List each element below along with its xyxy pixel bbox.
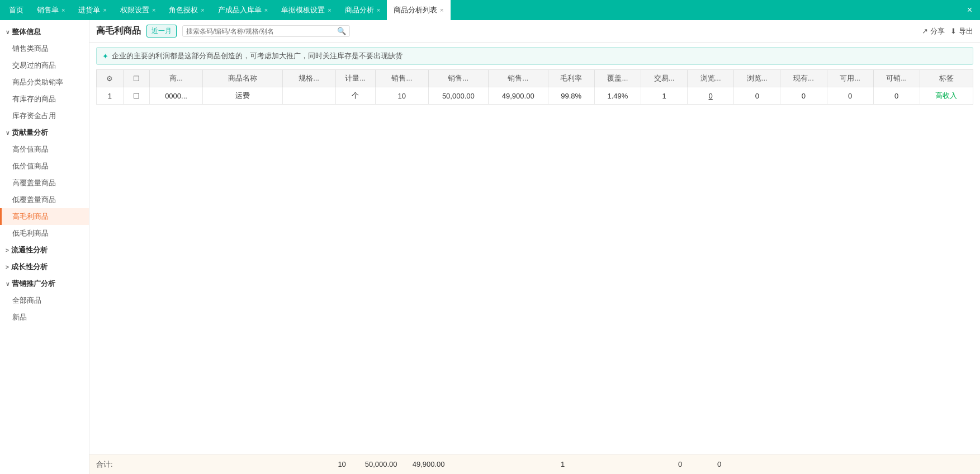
col-header-0[interactable]: ⚙ [97,70,124,87]
row-name: 运费 [203,87,283,105]
sidebar-group-流通性分析[interactable]: >流通性分析 [0,242,89,259]
nav-close-all[interactable]: × [962,5,978,15]
table-container: ⚙☐商...商品名称规格...计量...销售...销售...销售...毛利率覆盖… [89,69,980,454]
sidebar-item-有库存的商品[interactable]: 有库存的商品 [0,91,89,107]
row-browse1: 0 [688,87,734,105]
row-index: 1 [97,87,124,105]
header-actions: ↗ 分享 ⬇ 导出 [922,26,973,36]
group-arrow-icon: > [6,264,9,270]
sidebar-item-低覆盖量商品[interactable]: 低覆盖量商品 [0,191,89,208]
info-icon: ✦ [102,52,108,60]
footer-cells: 1050,000.0049,900.00100 [124,460,973,468]
sidebar-item-商品分类助销率[interactable]: 商品分类助销率 [0,74,89,91]
nav-item-产成品入库单[interactable]: 产成品入库单× [211,0,274,20]
nav-close-icon[interactable]: × [264,7,268,13]
row-browse2: 0 [734,87,780,105]
nav-close-icon[interactable]: × [377,7,380,13]
group-arrow-icon: > [6,247,9,254]
table-row: 1☐0000...运费个1050,000.0049,900.0099.8%1.4… [97,87,973,105]
nav-close-icon[interactable]: × [103,7,106,13]
search-icon[interactable]: 🔍 [337,27,346,35]
footer-cell-4 [281,460,325,468]
col-header-2[interactable]: 商... [150,70,203,87]
sidebar-item-库存资金占用[interactable]: 库存资金占用 [0,107,89,124]
row-checkbox[interactable]: ☐ [123,87,150,105]
col-header-13[interactable]: 浏览... [734,70,780,87]
footer-cell-13: 0 [661,460,700,468]
nav-close-icon[interactable]: × [201,7,204,13]
sidebar-item-低价值商品[interactable]: 低价值商品 [0,158,89,175]
share-icon: ↗ [922,27,928,35]
filter-recent-month[interactable]: 近一月 [146,25,177,37]
col-header-5[interactable]: 计量... [335,70,375,87]
col-header-10[interactable]: 覆盖... [594,70,641,87]
row-current: 0 [780,87,827,105]
group-arrow-icon: ∨ [6,281,10,287]
footer-cell-14: 0 [700,460,739,468]
data-table: ⚙☐商...商品名称规格...计量...销售...销售...销售...毛利率覆盖… [96,69,973,105]
footer-cell-12 [622,460,661,468]
col-header-17[interactable]: 标签 [920,70,973,87]
sidebar-item-全部商品[interactable]: 全部商品 [0,292,89,309]
group-arrow-icon: ∨ [6,130,10,136]
col-header-7[interactable]: 销售... [428,70,488,87]
nav-close-icon[interactable]: × [328,7,331,13]
sidebar-group-营销推广分析[interactable]: ∨营销推广分析 [0,275,89,292]
sidebar-item-高价值商品[interactable]: 高价值商品 [0,141,89,158]
col-header-11[interactable]: 交易... [641,70,687,87]
footer-cell-0 [124,460,146,468]
nav-item-权限设置[interactable]: 权限设置× [113,0,162,20]
footer-cell-7: 49,900.00 [404,460,454,468]
sidebar: ∨整体信息销售类商品交易过的商品商品分类助销率有库存的商品库存资金占用∨贡献量分… [0,20,89,474]
sidebar-group-贡献量分析[interactable]: ∨贡献量分析 [0,124,89,141]
footer-cell-10: 1 [543,460,583,468]
col-header-3[interactable]: 商品名称 [203,70,283,87]
footer-cell-6: 50,000.00 [359,460,404,468]
group-arrow-icon: ∨ [6,29,10,35]
col-header-12[interactable]: 浏览... [688,70,734,87]
nav-item-进货单[interactable]: 进货单× [72,0,113,20]
nav-item-商品分析[interactable]: 商品分析× [338,0,387,20]
nav-item-首页[interactable]: 首页 [2,0,30,20]
col-header-1[interactable]: ☐ [123,70,150,87]
search-input[interactable] [186,27,337,35]
footer-cell-16 [778,460,817,468]
footer-cell-3 [214,460,281,468]
sidebar-item-销售类商品[interactable]: 销售类商品 [0,40,89,57]
export-icon: ⬇ [950,27,957,35]
export-button[interactable]: ⬇ 导出 [950,26,973,36]
col-header-6[interactable]: 销售... [375,70,428,87]
nav-close-icon[interactable]: × [440,7,443,13]
nav-close-icon[interactable]: × [152,7,155,13]
row-available: 0 [827,87,873,105]
nav-item-商品分析列表[interactable]: 商品分析列表× [387,0,450,20]
footer-cell-2 [169,460,214,468]
col-header-4[interactable]: 规格... [282,70,335,87]
share-button[interactable]: ↗ 分享 [922,26,945,36]
col-header-14[interactable]: 现有... [780,70,827,87]
col-header-15[interactable]: 可用... [827,70,873,87]
nav-item-角色授权[interactable]: 角色授权× [162,0,211,20]
footer-cell-8 [454,460,504,468]
nav-item-销售单[interactable]: 销售单× [30,0,72,20]
nav-close-icon[interactable]: × [61,7,65,13]
nav-item-单据模板设置[interactable]: 单据模板设置× [274,0,338,20]
col-header-16[interactable]: 可销... [873,70,920,87]
sidebar-item-低毛利商品[interactable]: 低毛利商品 [0,225,89,242]
row-sales2: 50,000.00 [428,87,488,105]
col-header-9[interactable]: 毛利率 [548,70,594,87]
search-box: 🔍 [182,25,350,37]
sidebar-item-高毛利商品[interactable]: 高毛利商品 [0,208,89,225]
row-saleable: 0 [873,87,920,105]
sidebar-group-成长性分析[interactable]: >成长性分析 [0,259,89,275]
row-sales3: 49,900.00 [488,87,548,105]
info-banner: ✦ 企业的主要的利润都是这部分商品创造的，可考虑加大推广，同时关注库存是不要出现… [96,47,973,65]
sidebar-item-高覆盖量商品[interactable]: 高覆盖量商品 [0,175,89,191]
sidebar-item-新品[interactable]: 新品 [0,309,89,326]
col-header-8[interactable]: 销售... [488,70,548,87]
sidebar-item-交易过的商品[interactable]: 交易过的商品 [0,57,89,74]
footer-bar: 合计: 1050,000.0049,900.00100 [89,454,980,474]
main-area: ∨整体信息销售类商品交易过的商品商品分类助销率有库存的商品库存资金占用∨贡献量分… [0,20,980,474]
footer-cell-1 [146,460,169,468]
sidebar-group-整体信息[interactable]: ∨整体信息 [0,24,89,40]
